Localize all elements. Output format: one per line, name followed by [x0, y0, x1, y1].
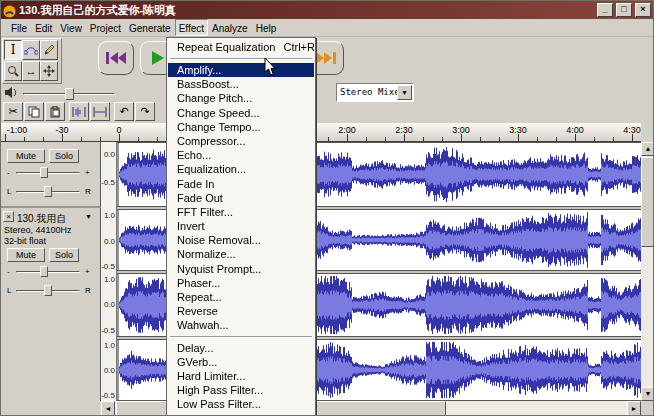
ruler-tick [5, 134, 6, 141]
menu-item-compressor[interactable]: Compressor... [168, 134, 314, 148]
menu-item-fade-out[interactable]: Fade Out [168, 191, 314, 205]
scale-label: 1.0 [104, 212, 115, 220]
menu-item-normalize[interactable]: Normalize... [168, 247, 314, 261]
ruler-tick [81, 137, 82, 141]
menu-analyze[interactable]: Analyze [208, 19, 252, 36]
track2-menu-arrow-icon[interactable]: ▼ [85, 213, 92, 220]
menu-file[interactable]: File [7, 19, 31, 36]
timeshift-tool-button[interactable]: ↔ [22, 61, 40, 81]
menu-item-wahwah[interactable]: Wahwah... [168, 318, 314, 332]
ruler-tick [575, 134, 576, 141]
close-button[interactable]: × [635, 3, 651, 17]
menu-item-nyquist-prompt[interactable]: Nyquist Prompt... [168, 262, 314, 276]
scale-label: 0.0 [104, 367, 115, 375]
ruler-tick [499, 137, 500, 141]
menu-item-invert[interactable]: Invert [168, 219, 314, 233]
ruler-label: 3:00 [452, 125, 470, 135]
mixer-source-select[interactable]: Stereo Mixer ▼ [336, 83, 414, 102]
multi-tool-button[interactable] [40, 61, 58, 81]
timeline-ruler[interactable]: -1:00-3002:002:303:003:304:004:30 [1, 123, 641, 142]
menu-item-fft-filter[interactable]: FFT Filter... [168, 205, 314, 219]
menu-item-gverb[interactable]: GVerb... [168, 355, 314, 369]
track2-mute-button[interactable]: Mute [7, 248, 45, 262]
scroll-down-icon[interactable]: ▼ [641, 387, 654, 401]
pan-right-label: R [85, 286, 91, 295]
track1-gain-thumb[interactable] [40, 167, 48, 178]
menu-item-phaser[interactable]: Phaser... [168, 276, 314, 290]
track1-mute-button[interactable]: Mute [7, 149, 45, 163]
slider-groove [16, 271, 80, 273]
menu-item-delay[interactable]: Delay... [168, 341, 314, 355]
repeat-effect-label: Repeat Equalization [177, 40, 275, 55]
ruler-label: 2:00 [338, 125, 356, 135]
menu-item-equalization[interactable]: Equalization... [168, 162, 314, 176]
paste-button[interactable] [45, 102, 65, 121]
track2-gain-thumb[interactable] [40, 266, 48, 277]
scroll-left-icon[interactable]: ◄ [101, 401, 115, 416]
menu-item-reverse[interactable]: Reverse [168, 304, 314, 318]
track2-pan-thumb[interactable] [44, 285, 52, 296]
undo-button[interactable]: ↶ [114, 102, 134, 121]
menu-item-high-pass-filter[interactable]: High Pass Filter... [168, 383, 314, 397]
ruler-label: 2:30 [395, 125, 413, 135]
menu-item-repeat-equalization[interactable]: Repeat Equalization Ctrl+R [168, 40, 314, 55]
menu-item-change-tempo[interactable]: Change Tempo... [168, 120, 314, 134]
scroll-right-icon[interactable]: ► [627, 401, 641, 416]
scale-label: 0.0 [104, 301, 115, 309]
rewind-button[interactable] [98, 41, 134, 75]
copy-button[interactable] [24, 102, 44, 121]
menu-item-amplify[interactable]: Amplify... [168, 63, 314, 77]
scale-label: -0.5 [101, 327, 115, 335]
output-volume-slider[interactable] [23, 87, 115, 101]
mixer-source-value: Stereo Mixer [340, 87, 405, 97]
ruler-label: 0 [116, 125, 121, 135]
scroll-up-icon[interactable]: ▲ [641, 142, 654, 156]
track1-solo-button[interactable]: Solo [49, 149, 79, 163]
effect-menu: Repeat Equalization Ctrl+R Amplify...Bas… [166, 37, 316, 416]
zoom-tool-button[interactable] [4, 61, 22, 81]
ruler-label: -1:00 [7, 125, 28, 135]
menu-item-repeat[interactable]: Repeat... [168, 290, 314, 304]
ruler-tick [43, 137, 44, 141]
minimize-button[interactable]: _ [597, 3, 613, 17]
envelope-tool-button[interactable] [22, 40, 40, 60]
draw-tool-button[interactable] [40, 40, 58, 60]
menu-item-change-pitch[interactable]: Change Pitch... [168, 91, 314, 105]
menu-item-bassboost[interactable]: BassBoost... [168, 77, 314, 91]
vertical-scrollbar[interactable]: ▲ ▼ [641, 142, 654, 401]
menu-project[interactable]: Project [86, 19, 125, 36]
track2-gain-slider[interactable] [16, 266, 80, 278]
track2-name[interactable]: 130.我用自 [17, 212, 81, 226]
vertical-scale[interactable]: 0.0-0.51.00.0-0.51.00.0-0.51.00.0-0.5 [101, 142, 117, 401]
volume-slider-thumb[interactable] [65, 88, 74, 100]
dropdown-arrow-icon[interactable]: ▼ [397, 85, 412, 100]
track2-pan-slider[interactable] [16, 285, 80, 297]
pencil-icon [43, 44, 55, 56]
menu-item-fade-in[interactable]: Fade In [168, 177, 314, 191]
menu-help[interactable]: Help [252, 19, 281, 36]
menu-item-sc4[interactable]: SC4... [168, 412, 314, 416]
track1-pan-thumb[interactable] [44, 186, 52, 197]
menu-effect[interactable]: Effect [175, 19, 208, 36]
menu-item-low-pass-filter[interactable]: Low Pass Filter... [168, 397, 314, 411]
menu-item-hard-limiter[interactable]: Hard Limiter... [168, 369, 314, 383]
menu-view[interactable]: View [56, 19, 86, 36]
ruler-tick [613, 137, 614, 141]
vertical-scroll-thumb[interactable] [641, 157, 654, 247]
audacity-window: 130.我用自己的方式爱你-陈明真 _ □ × FileEditViewProj… [0, 0, 654, 416]
track1-gain-slider[interactable] [16, 167, 80, 179]
redo-button[interactable]: ↷ [135, 102, 155, 121]
menu-edit[interactable]: Edit [31, 19, 56, 36]
selection-tool-button[interactable]: I [4, 40, 22, 60]
track2-close-button[interactable]: × [3, 211, 14, 222]
silence-button[interactable] [90, 102, 110, 121]
cut-button[interactable]: ✂ [3, 102, 23, 121]
maximize-button[interactable]: □ [616, 3, 632, 17]
menu-item-echo[interactable]: Echo... [168, 148, 314, 162]
trim-button[interactable] [69, 102, 89, 121]
menu-item-change-speed[interactable]: Change Speed... [168, 106, 314, 120]
track2-solo-button[interactable]: Solo [49, 248, 79, 262]
track1-pan-slider[interactable] [16, 186, 80, 198]
menu-item-noise-removal[interactable]: Noise Removal... [168, 233, 314, 247]
menu-generate[interactable]: Generate [125, 19, 175, 36]
